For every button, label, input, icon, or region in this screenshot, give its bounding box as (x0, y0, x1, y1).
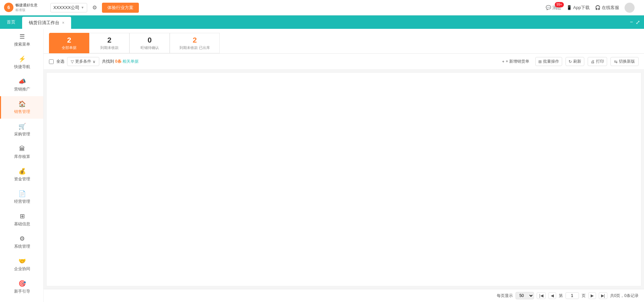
switch-label: 切换新版 (619, 59, 635, 64)
guide-icon: 🎯 (18, 280, 26, 287)
nav-tab-actions: − ⤢ (630, 19, 644, 25)
top-header: 6 畅捷通好生意 标准版 XXXXXX公司 ▼ ⚙ 体验行业方案 💬 消息 99… (0, 0, 644, 15)
sidebar: ☰ 搜索菜单 ⚡ 快捷导航 📣 营销推广 🏠 销售管理 🛒 采购管理 🏛 库存核… (0, 29, 44, 302)
stat-tab-shipped[interactable]: 2 到期未收款 已出库 (170, 33, 220, 53)
try-industry-button[interactable]: 体验行业方案 (102, 3, 139, 13)
stat-tabs: 2 全部单据 2 到期未收款 0 旺铺待确认 2 到期未收款 已出库 (44, 29, 644, 54)
basic-info-icon: ⊞ (18, 213, 26, 220)
sidebar-item-quick-nav[interactable]: ⚡ 快捷导航 (0, 51, 43, 74)
stat-tab-overdue[interactable]: 2 到期未收款 (89, 33, 129, 53)
stat-label-wangpu: 旺铺待确认 (141, 45, 159, 50)
page-number-input[interactable] (566, 292, 579, 299)
stat-tab-all[interactable]: 2 全部单据 (49, 33, 89, 53)
sidebar-system-label: 系统管理 (14, 244, 30, 249)
enterprise-icon: 🤝 (18, 257, 26, 265)
sidebar-item-basic-info[interactable]: ⊞ 基础信息 (0, 208, 43, 231)
page-text: 第 (559, 293, 563, 299)
logo-text-area: 畅捷通好生意 标准版 (15, 3, 38, 12)
company-selector[interactable]: XXXXXX公司 ▼ (50, 3, 87, 12)
page-text2: 页 (582, 293, 586, 299)
filter-button[interactable]: ▽ 更多条件 ∨ (67, 57, 99, 66)
next-page-button[interactable]: ▶ (588, 292, 596, 299)
message-icon: 💬 (546, 5, 551, 10)
sidebar-quick-nav-label: 快捷导航 (14, 64, 30, 70)
tab-qianhueriqing-label: 钱货日清工作台 (29, 20, 59, 26)
stat-label-shipped: 到期未收款 已出库 (179, 45, 210, 50)
inventory-icon: 🏛 (18, 145, 26, 153)
tab-home-label: 首页 (7, 19, 15, 25)
stat-num-all: 2 (67, 36, 71, 45)
total-info: 共0页，0条记录 (610, 293, 639, 299)
sidebar-purchase-label: 采购管理 (14, 131, 30, 137)
operations-icon: 📄 (18, 190, 26, 197)
refresh-icon: ↻ (569, 59, 572, 64)
switch-version-button[interactable]: ⇆ 切换新版 (610, 57, 639, 66)
refresh-button[interactable]: ↻ 刷新 (566, 57, 584, 66)
sidebar-inventory-label: 库存核算 (14, 154, 30, 160)
avatar[interactable] (625, 3, 635, 13)
per-page-select[interactable]: 50 100 200 (516, 292, 534, 299)
stat-label-all: 全部单据 (62, 45, 76, 50)
settings-icon[interactable]: ⚙ (90, 3, 99, 12)
stat-num-wangpu: 0 (148, 36, 152, 45)
sidebar-item-enterprise[interactable]: 🤝 企业协同 (0, 253, 43, 276)
filter-label: 更多条件 (75, 59, 91, 64)
search-menu-icon: ☰ (18, 33, 26, 40)
sales-icon: 🏠 (18, 100, 26, 108)
add-label: + 新增销货单 (506, 59, 529, 64)
tab-qianhueriqing[interactable]: 钱货日清工作台 × (22, 17, 71, 29)
sidebar-item-app-center[interactable]: 📥 应用中心 (0, 298, 43, 302)
table-area (46, 72, 641, 286)
sidebar-item-guide[interactable]: 🎯 新手引导 (0, 276, 43, 298)
sidebar-item-marketing[interactable]: 📣 营销推广 (0, 74, 43, 96)
filter-icon: ▽ (71, 59, 74, 64)
found-text: 共找到 0条 相关单据 (102, 59, 139, 64)
main-layout: ☰ 搜索菜单 ⚡ 快捷导航 📣 营销推广 🏠 销售管理 🛒 采购管理 🏛 库存核… (0, 29, 644, 302)
main-content: 2 全部单据 2 到期未收款 0 旺铺待确认 2 到期未收款 已出库 全选 (44, 29, 644, 302)
toolbar-left: 全选 ▽ 更多条件 ∨ 共找到 0条 相关单据 (49, 57, 497, 66)
sidebar-item-purchase[interactable]: 🛒 采购管理 (0, 119, 43, 141)
select-all-label: 全选 (56, 59, 64, 64)
sidebar-item-search-menu[interactable]: ☰ 搜索菜单 (0, 29, 43, 51)
app-name: 畅捷通好生意 (15, 3, 38, 7)
batch-operation-button[interactable]: ⊞ 批量操作 (535, 57, 562, 66)
sidebar-basic-info-label: 基础信息 (14, 221, 30, 227)
quick-nav-icon: ⚡ (18, 55, 26, 63)
prev-page-button[interactable]: ◀ (548, 292, 556, 299)
found-count: 0条 (115, 59, 121, 64)
logo-area: 6 畅捷通好生意 标准版 (4, 3, 48, 12)
sidebar-guide-label: 新手引导 (14, 289, 30, 294)
messages-action[interactable]: 💬 消息 99+ (546, 5, 561, 11)
select-all-checkbox[interactable] (49, 59, 54, 64)
print-button[interactable]: 🖨 打印 (588, 57, 607, 66)
sidebar-item-operations[interactable]: 📄 经营管理 (0, 186, 43, 208)
messages-badge: 99+ (555, 2, 564, 7)
first-page-button[interactable]: |◀ (537, 292, 545, 299)
sidebar-item-system[interactable]: ⚙ 系统管理 (0, 231, 43, 253)
print-icon: 🖨 (591, 59, 595, 64)
tab-home[interactable]: 首页 (0, 15, 22, 29)
app-download-action[interactable]: 📱 App下载 (567, 5, 590, 11)
header-right: 💬 消息 99+ 📱 App下载 🎧 在线客服 (546, 3, 640, 13)
company-name: XXXXXX公司 (53, 5, 79, 11)
toolbar: 全选 ▽ 更多条件 ∨ 共找到 0条 相关单据 + + 新增销货单 ⊞ 批量操作 (44, 54, 644, 70)
found-link[interactable]: 相关单据 (122, 59, 139, 64)
sidebar-item-inventory[interactable]: 🏛 库存核算 (0, 141, 43, 164)
dropdown-arrow-icon: ▼ (81, 6, 84, 9)
sidebar-item-sales[interactable]: 🏠 销售管理 (0, 96, 43, 119)
headset-icon: 🎧 (595, 5, 600, 10)
maximize-button[interactable]: ⤢ (636, 19, 640, 25)
add-sales-order-button[interactable]: + + 新增销货单 (499, 57, 532, 66)
sidebar-item-finance[interactable]: 💰 资金管理 (0, 164, 43, 186)
last-page-button[interactable]: ▶| (599, 292, 607, 299)
footer-bar: 每页显示 50 100 200 |◀ ◀ 第 页 ▶ ▶| 共0页，0条记录 (44, 289, 644, 302)
finance-icon: 💰 (18, 168, 26, 175)
filter-arrow-icon: ∨ (93, 59, 96, 64)
stat-tab-wangpu[interactable]: 0 旺铺待确认 (129, 33, 170, 53)
close-tab-icon[interactable]: × (62, 20, 64, 25)
nav-tabs: 首页 钱货日清工作台 × − ⤢ (0, 15, 644, 29)
refresh-label: 刷新 (573, 59, 581, 64)
online-service-action[interactable]: 🎧 在线客服 (595, 5, 619, 11)
stat-num-overdue: 2 (107, 36, 111, 45)
minimize-button[interactable]: − (630, 19, 633, 25)
